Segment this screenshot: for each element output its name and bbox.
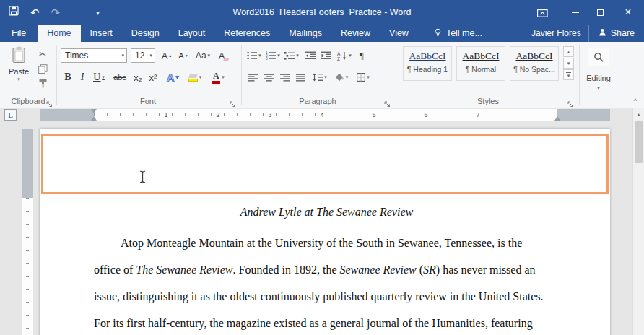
align-left-button[interactable] bbox=[245, 69, 260, 85]
ribbon: Paste ✂ Clipboard Times 12 A A Aa A B I … bbox=[0, 42, 644, 108]
align-center-button[interactable] bbox=[261, 69, 276, 85]
copy-button[interactable] bbox=[35, 62, 51, 75]
redo-icon[interactable]: ↷ bbox=[51, 7, 61, 18]
eraser-icon bbox=[223, 58, 230, 61]
tell-me-box[interactable]: Tell me... bbox=[427, 25, 489, 42]
word-window: ↶ ↷ ▾ Word2016_HeadersFooters_Practice -… bbox=[0, 0, 644, 335]
numbered-list-icon: 123 bbox=[266, 51, 276, 60]
doc-line: Atop Monteagle Mountain at the Universit… bbox=[94, 230, 560, 256]
format-painter-button[interactable] bbox=[35, 77, 51, 90]
tab-insert[interactable]: Insert bbox=[81, 25, 122, 42]
window-title: Word2016_HeadersFooters_Practice - Word bbox=[144, 0, 500, 25]
strikethrough-button[interactable]: abc bbox=[110, 69, 129, 85]
font-color-button[interactable]: A bbox=[208, 69, 228, 85]
styles-scroll-down-button[interactable] bbox=[563, 58, 574, 69]
clipboard-group-label: Clipboard bbox=[11, 97, 45, 105]
line-spacing-icon bbox=[313, 73, 323, 82]
grow-font-button[interactable]: A bbox=[160, 48, 174, 63]
text-cursor-icon bbox=[139, 170, 147, 186]
style-heading1[interactable]: AaBbCcI ¶ Heading 1 bbox=[403, 46, 452, 81]
maximize-button[interactable] bbox=[588, 0, 612, 25]
clear-formatting-button[interactable]: A bbox=[215, 48, 232, 63]
close-button[interactable]: × bbox=[612, 0, 644, 25]
underline-label: U bbox=[93, 71, 100, 83]
superscript-button[interactable]: x² bbox=[146, 69, 160, 85]
doc-line: For its first half-century, the magazine… bbox=[94, 310, 560, 335]
borders-button[interactable] bbox=[354, 69, 373, 85]
highlight-color-button[interactable] bbox=[185, 69, 205, 85]
decrease-indent-button[interactable] bbox=[303, 48, 318, 63]
show-hide-paragraph-button[interactable]: ¶ bbox=[355, 48, 368, 63]
multilevel-list-button[interactable] bbox=[283, 48, 300, 63]
paint-bucket-icon bbox=[335, 73, 344, 82]
document-page[interactable]: Andrew Lytle at The Sewanee Review Atop … bbox=[40, 129, 610, 335]
header-area[interactable] bbox=[41, 134, 609, 194]
copy-icon bbox=[38, 64, 48, 74]
scroll-up-arrow-icon[interactable] bbox=[633, 108, 644, 120]
collapse-ribbon-button[interactable] bbox=[634, 97, 637, 105]
undo-icon[interactable]: ↶ bbox=[30, 7, 40, 18]
paragraph-dialog-launcher-icon[interactable] bbox=[384, 97, 391, 104]
editing-group-label[interactable]: Editing bbox=[586, 74, 611, 82]
find-button[interactable] bbox=[588, 48, 609, 66]
cut-button[interactable]: ✂ bbox=[35, 48, 51, 61]
quick-access-toolbar: ↶ ↷ ▾ bbox=[9, 0, 100, 25]
save-icon[interactable] bbox=[9, 6, 19, 19]
vertical-ruler[interactable] bbox=[22, 122, 33, 335]
sort-button[interactable]: AZ bbox=[335, 48, 354, 63]
align-left-icon bbox=[248, 74, 258, 82]
person-icon bbox=[599, 28, 606, 38]
tab-layout[interactable]: Layout bbox=[169, 25, 215, 42]
justify-button[interactable] bbox=[293, 69, 308, 85]
editing-chevron-icon[interactable] bbox=[597, 85, 600, 91]
paste-button[interactable]: Paste bbox=[4, 46, 33, 95]
text-effects-button[interactable]: A bbox=[163, 69, 182, 85]
tab-design[interactable]: Design bbox=[122, 25, 169, 42]
increase-indent-button[interactable] bbox=[319, 48, 334, 63]
tab-mailings[interactable]: Mailings bbox=[279, 25, 331, 42]
minimize-button[interactable] bbox=[563, 0, 588, 25]
ruler-number: 6 bbox=[424, 111, 427, 118]
tab-references[interactable]: References bbox=[214, 25, 279, 42]
numbering-button[interactable]: 123 bbox=[264, 48, 282, 63]
styles-more-button[interactable] bbox=[563, 69, 574, 80]
align-right-button[interactable] bbox=[277, 69, 292, 85]
styles-dialog-launcher-icon[interactable] bbox=[567, 97, 574, 104]
tab-file[interactable]: File bbox=[0, 25, 38, 42]
font-family-combo[interactable]: Times bbox=[61, 48, 127, 63]
horizontal-ruler[interactable]: 1234567 bbox=[40, 109, 610, 121]
subscript-button[interactable]: x₂ bbox=[131, 69, 145, 85]
bullets-button[interactable] bbox=[245, 48, 263, 63]
text-effects-label: A bbox=[167, 71, 175, 84]
vertical-scrollbar[interactable] bbox=[632, 108, 644, 335]
font-size-combo[interactable]: 12 bbox=[131, 48, 155, 63]
right-indent-marker[interactable] bbox=[554, 116, 560, 121]
clipboard-dialog-launcher-icon[interactable] bbox=[46, 97, 53, 104]
customize-quick-access-icon[interactable]: ▾ bbox=[96, 9, 100, 17]
styles-scroll-up-button[interactable] bbox=[563, 46, 574, 57]
style-no-spacing[interactable]: AaBbCcI ¶ No Spac... bbox=[510, 46, 559, 81]
bold-button[interactable]: B bbox=[61, 69, 75, 85]
scrollbar-thumb[interactable] bbox=[635, 121, 643, 163]
style-name: ¶ Heading 1 bbox=[407, 65, 448, 74]
first-line-indent-marker[interactable] bbox=[91, 109, 97, 113]
tab-home[interactable]: Home bbox=[38, 25, 80, 42]
shading-button[interactable] bbox=[332, 69, 351, 85]
tab-review[interactable]: Review bbox=[331, 25, 380, 42]
paragraph-group-label: Paragraph bbox=[299, 97, 336, 105]
account-name[interactable]: Javier Flores bbox=[524, 25, 588, 42]
tab-stop-selector[interactable]: L bbox=[4, 109, 17, 121]
font-dialog-launcher-icon[interactable] bbox=[230, 97, 236, 104]
indent-icon bbox=[321, 51, 331, 60]
style-normal[interactable]: AaBbCcI ¶ Normal bbox=[456, 46, 505, 81]
ruler-numbers: 1234567 bbox=[40, 109, 610, 121]
underline-button[interactable]: U bbox=[89, 69, 109, 85]
change-case-button[interactable]: Aa bbox=[193, 48, 212, 63]
italic-button[interactable]: I bbox=[76, 69, 89, 85]
share-button[interactable]: Share bbox=[588, 25, 644, 42]
tab-view[interactable]: View bbox=[380, 25, 418, 42]
line-spacing-button[interactable] bbox=[310, 69, 329, 85]
ribbon-display-options-icon[interactable] bbox=[530, 0, 554, 25]
left-indent-marker[interactable] bbox=[91, 116, 97, 121]
shrink-font-button[interactable]: A bbox=[176, 48, 191, 63]
